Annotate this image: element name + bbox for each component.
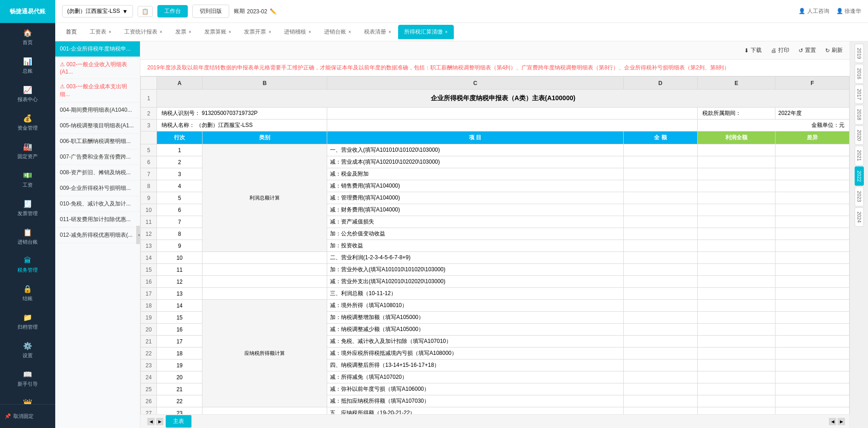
download-button[interactable]: ⬇ 下载 <box>744 46 762 54</box>
left-panel-item-006[interactable]: 006-职工薪酬纳税调整明细... <box>55 134 140 149</box>
reset-button[interactable]: ↺ 置置 <box>799 46 816 54</box>
sidebar-item-tax[interactable]: 🏛 税务管理 <box>0 251 55 279</box>
tab-close-icon[interactable]: × <box>308 29 311 34</box>
sidebar-item-purchase[interactable]: 📋 进销台账 <box>0 223 55 251</box>
tab-salary[interactable]: 工资表 × <box>84 25 117 39</box>
prev-sheet-button[interactable]: ◀ <box>147 418 155 425</box>
year-2016[interactable]: 2016 <box>855 64 864 83</box>
table-row: 27 23 五、应纳税所得额（19-20-21-22） <box>141 407 850 414</box>
collapse-panel-button[interactable]: ◁ <box>136 226 140 244</box>
table-wrapper[interactable]: A B C D E F 1 企业所 <box>140 76 850 414</box>
year-2021[interactable]: 2021 <box>855 146 864 165</box>
tab-invoice-open[interactable]: 发票开票 × <box>238 25 277 39</box>
tab-close-icon[interactable]: × <box>348 29 351 34</box>
header-xingci: 行次 <box>157 131 203 144</box>
unpin-button[interactable]: 📌 取消固定 <box>2 409 53 423</box>
header-chay: 差异 <box>775 131 849 144</box>
table-row: 17 13 三、利润总额（10-11-12） <box>141 288 850 300</box>
sidebar-item-close[interactable]: 🔒 结账 <box>0 279 55 308</box>
year-2023[interactable]: 2023 <box>855 187 864 206</box>
left-panel-item-011[interactable]: 011-研发费用加计扣除优惠... <box>55 212 140 228</box>
tab-close-icon[interactable]: × <box>109 29 111 34</box>
header-empty <box>141 131 157 144</box>
tab-home[interactable]: 首页 <box>60 25 83 39</box>
tab-close-icon[interactable]: × <box>268 29 271 34</box>
sidebar-item-archive[interactable]: 📁 归档管理 <box>0 308 55 336</box>
col-header-a: A <box>157 77 203 90</box>
empty-cell <box>327 108 697 120</box>
sidebar-item-label: 发票管理 <box>17 210 38 217</box>
sidebar-item-salary[interactable]: 💵 工资 <box>0 165 55 194</box>
sidebar-item-label: 报表中心 <box>17 96 38 103</box>
scroll-arrows: ◀ ▶ <box>829 418 845 425</box>
year-2018[interactable]: 2018 <box>855 105 864 124</box>
year-2024[interactable]: 2024 <box>855 207 864 227</box>
left-panel-item-007[interactable]: 007-广告费和业务宣传费跨... <box>55 149 140 165</box>
year-2017[interactable]: 2017 <box>855 85 864 104</box>
tab-salary-stat[interactable]: 工资统计报表 × <box>118 25 168 39</box>
sidebar-item-guide[interactable]: 📖 新手引导 <box>0 365 55 393</box>
refresh-button[interactable]: ↻ 刷新 <box>825 46 843 54</box>
tab-close-active-icon[interactable]: × <box>445 29 448 34</box>
left-panel-item-003[interactable]: ⚠ 003-一般企业成本支出明细... <box>55 79 140 103</box>
sub-tab-main[interactable]: 主表 <box>166 415 191 428</box>
error-icon: ⚠ <box>60 83 66 90</box>
tab-close-icon[interactable]: × <box>189 29 191 34</box>
left-panel-item-012[interactable]: 012-减免所得税优惠明细表(... <box>55 228 140 243</box>
refresh-label: 刷新 <box>832 46 843 54</box>
switch-version-button[interactable]: 切到旧版 <box>192 5 229 18</box>
tab-tax-clear-label: 税表清册 <box>364 28 386 36</box>
tab-close-icon[interactable]: × <box>229 29 231 34</box>
tab-close-icon[interactable]: × <box>388 29 391 34</box>
print-button[interactable]: 🖨 打印 <box>771 46 789 54</box>
work-station-button[interactable]: 工作台 <box>157 5 188 17</box>
tab-close-icon[interactable]: × <box>160 29 162 34</box>
sidebar-item-label: 资金管理 <box>17 125 38 131</box>
tab-salary-stat-label: 工资统计报表 <box>124 28 157 36</box>
company-selector[interactable]: (勿删）江西服宝-LSS ▼ <box>62 5 133 17</box>
scroll-left-button[interactable]: ◀ <box>829 418 836 425</box>
customer-service-button[interactable]: 👤 人工咨询 <box>799 7 829 15</box>
year-2020[interactable]: 2020 <box>855 126 864 145</box>
left-panel-item-009[interactable]: 009-企业所得税补亏损明细... <box>55 181 140 196</box>
table-row: 5 1 利润总额计算 一、营业收入(填写A101010\101020\10300… <box>141 144 850 156</box>
edit-period-icon[interactable]: ✏️ <box>270 8 277 15</box>
left-panel-item-010[interactable]: 010-免税、减计收入及加计... <box>55 196 140 212</box>
next-sheet-button[interactable]: ▶ <box>156 418 163 425</box>
left-panel-item-008[interactable]: 008-资产折旧、摊销及纳税... <box>55 165 140 181</box>
year-2019[interactable]: 2019 <box>855 44 864 63</box>
sidebar-item-report[interactable]: 📈 报表中心 <box>0 80 55 108</box>
left-panel-item-004[interactable]: 004-期间费用明细表(A1040... <box>55 103 140 118</box>
scroll-right-button[interactable]: ▶ <box>838 418 845 425</box>
year-2022[interactable]: 2022 <box>855 166 864 186</box>
tab-invoice[interactable]: 发票 × <box>169 25 197 39</box>
assets-icon: 🏭 <box>23 143 32 151</box>
copy-button[interactable]: 📋 <box>138 6 153 17</box>
table-row: 16 12 减：营业外支出(填写A102010\102020\103000) <box>141 276 850 288</box>
sidebar-item-fund[interactable]: 💰 资金管理 <box>0 108 55 137</box>
sidebar-item-home[interactable]: 🏠 首页 <box>0 23 55 51</box>
sidebar-item-ledger[interactable]: 📊 总账 <box>0 51 55 80</box>
left-panel-item-label: 008-资产折旧、摊销及纳税... <box>60 169 131 176</box>
sidebar-item-invoice[interactable]: 🧾 发票管理 <box>0 194 55 223</box>
main-content: (勿删）江西服宝-LSS ▼ 📋 工作台 切到旧版 账期 2023-02 ✏️ … <box>55 0 868 428</box>
tab-invoice-calc[interactable]: 发票算账 × <box>198 25 237 39</box>
sidebar-item-assets[interactable]: 🏭 固定资产 <box>0 137 55 165</box>
user-info: 👤 徐逢华 <box>836 7 861 15</box>
left-panel-item-002[interactable]: ⚠ 002-一般企业收入明细表(A1... <box>55 57 140 79</box>
spreadsheet-area: ⬇ 下载 🖨 打印 ↺ 置置 ↻ 刷新 <box>140 41 850 428</box>
left-panel-item-label: 012-减免所得税优惠明细表(... <box>60 232 133 238</box>
sidebar-item-member[interactable]: 👑 畅会员 <box>0 393 55 404</box>
invoice-icon: 🧾 <box>23 200 32 208</box>
table-header-row: 行次 类别 项 目 全 额 利润全额 差异 <box>141 131 850 144</box>
left-panel-item-005[interactable]: 005-纳税调整项目明细表(A1... <box>55 118 140 134</box>
warning-text: 2019年度涉及取以前年度结转数据的申报表单元格需要手工维护正确，才能保证本年及… <box>147 64 729 71</box>
tab-purchase-check[interactable]: 进销稽核 × <box>278 25 317 39</box>
header-leibie: 类别 <box>203 131 327 144</box>
title-row: 1 企业所得税年度纳税申报表（A类）主表(A100000) <box>141 90 850 108</box>
tab-purchase-ledger[interactable]: 进销台账 × <box>318 25 357 39</box>
tab-tax-clear[interactable]: 税表清册 × <box>358 25 397 39</box>
tab-income-tax[interactable]: 所得税汇算清缴 × <box>398 25 454 39</box>
sidebar-item-settings[interactable]: ⚙️ 设置 <box>0 336 55 365</box>
left-panel-item-001[interactable]: 001-企业所得税年度纳税申... <box>55 41 140 57</box>
